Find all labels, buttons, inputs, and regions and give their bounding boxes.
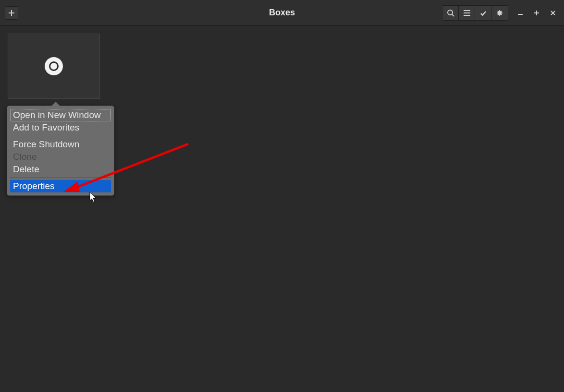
menu-item-clone: Clone [10,151,111,163]
maximize-icon [534,10,539,16]
settings-button[interactable] [491,6,508,20]
svg-rect-6 [464,15,470,16]
svg-line-3 [452,14,454,16]
menu-item-force-shutdown[interactable]: Force Shutdown [10,138,111,151]
new-vm-button[interactable] [5,6,18,20]
maximize-button[interactable] [528,6,545,20]
search-button[interactable] [442,6,459,20]
context-menu: Open in New Window Add to Favorites Forc… [7,106,114,196]
window-controls [512,6,561,20]
minimize-icon [517,10,523,16]
toolbar-right [442,5,561,21]
svg-rect-9 [534,12,539,13]
list-view-button[interactable] [459,6,475,20]
titlebar: Boxes [0,0,564,26]
search-icon [447,9,454,17]
window-title: Boxes [269,8,295,18]
svg-rect-1 [9,12,14,13]
disc-icon [45,57,63,75]
menu-separator [10,178,111,178]
vm-tile[interactable] [8,34,100,99]
minimize-button[interactable] [512,6,528,20]
svg-rect-7 [518,14,523,15]
plus-icon [8,10,15,16]
check-icon [480,10,487,16]
tool-group [442,5,508,21]
menu-item-add-favorites[interactable]: Add to Favorites [10,121,111,134]
select-button[interactable] [475,6,491,20]
close-icon [550,10,556,16]
content-area [0,26,564,107]
menu-item-delete[interactable]: Delete [10,163,111,176]
menu-separator [10,136,111,136]
svg-rect-4 [464,10,470,11]
menu-item-properties[interactable]: Properties [10,180,111,192]
menu-item-open-new-window[interactable]: Open in New Window [10,109,111,121]
svg-point-2 [448,10,453,15]
gear-icon [496,9,503,17]
svg-rect-5 [464,12,470,13]
hamburger-icon [464,10,470,16]
close-button[interactable] [545,6,561,20]
